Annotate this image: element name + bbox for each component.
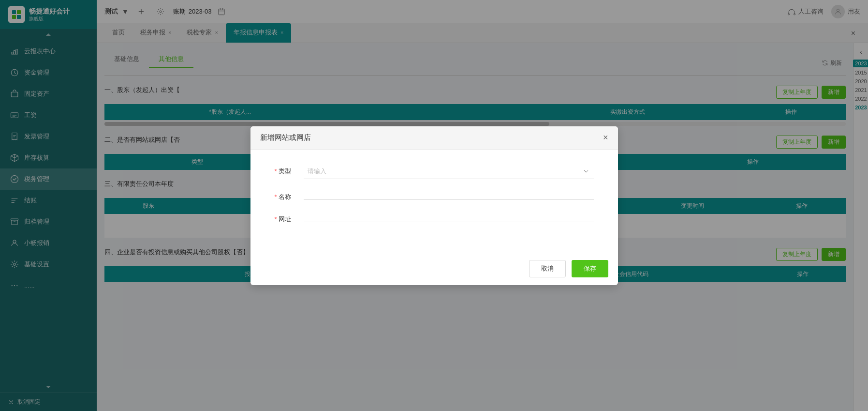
modal-close-icon[interactable]: × xyxy=(603,133,608,142)
form-row-url: * 网址 xyxy=(275,215,594,224)
form-label-type: * 类型 xyxy=(275,167,304,176)
modal-title: 新增网站或网店 xyxy=(260,133,311,142)
modal-add-website: 新增网站或网店 × * 类型 请输入 * 名称 xyxy=(250,126,618,285)
cancel-button[interactable]: 取消 xyxy=(529,260,566,277)
required-star-type: * xyxy=(275,167,277,175)
form-row-type: * 类型 请输入 xyxy=(275,164,594,179)
modal-body: * 类型 请输入 * 名称 * 网址 xyxy=(250,150,618,252)
save-button[interactable]: 保存 xyxy=(572,260,608,277)
type-placeholder: 请输入 xyxy=(308,167,326,176)
required-star-url: * xyxy=(275,215,277,223)
dropdown-arrow-icon xyxy=(582,167,590,175)
url-input-field[interactable] xyxy=(304,216,594,222)
form-row-name: * 名称 xyxy=(275,193,594,201)
required-star-name: * xyxy=(275,193,277,200)
type-select-field[interactable]: 请输入 xyxy=(304,164,594,179)
form-label-name: * 名称 xyxy=(275,193,304,201)
form-label-url: * 网址 xyxy=(275,215,304,224)
modal-footer: 取消 保存 xyxy=(250,252,618,285)
modal-overlay[interactable]: 新增网站或网店 × * 类型 请输入 * 名称 xyxy=(0,0,868,411)
modal-header: 新增网站或网店 × xyxy=(250,126,618,150)
name-input-field[interactable] xyxy=(304,194,594,200)
